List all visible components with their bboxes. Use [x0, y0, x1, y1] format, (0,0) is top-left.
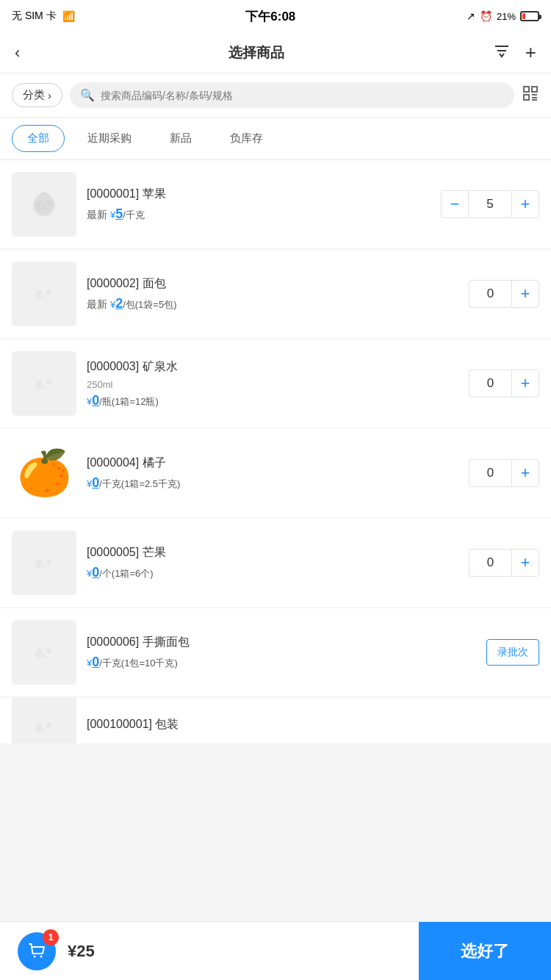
plus-button[interactable]: + — [511, 190, 539, 218]
svg-point-17 — [46, 380, 51, 385]
alarm-icon: ⏰ — [480, 10, 492, 22]
svg-rect-4 — [524, 95, 529, 100]
cart-badge: 1 — [43, 929, 59, 945]
product-image: 智+ — [12, 262, 76, 326]
page-title: 选择商品 — [228, 43, 284, 62]
status-bar: 无 SIM 卡 📶 下午6:08 ↗ ⏰ 21% — [0, 0, 551, 32]
nav-bar: ‹ 选择商品 + — [0, 32, 551, 73]
search-input[interactable] — [101, 90, 504, 101]
product-name: [0000005] 芒果 — [87, 545, 458, 561]
product-name: [0000002] 面包 — [87, 276, 458, 292]
product-name: [0000006] 手撕面包 — [87, 635, 476, 650]
scan-icon[interactable] — [522, 84, 539, 106]
filter-bar: 分类 › 🔍 — [0, 73, 551, 118]
svg-point-14 — [46, 290, 51, 295]
tab-all[interactable]: 全部 — [12, 125, 65, 152]
plus-button[interactable]: + — [511, 459, 539, 487]
search-icon: 🔍 — [80, 88, 95, 102]
svg-point-29 — [40, 955, 43, 957]
bottom-bar: 1 ¥25 选好了 — [0, 921, 551, 980]
product-price: ¥0/千克(1包=10千克) — [87, 655, 476, 670]
confirm-button[interactable]: 选好了 — [419, 922, 551, 981]
product-name: [000100001] 包装 — [87, 717, 539, 732]
svg-point-26 — [46, 723, 51, 728]
product-controls: + — [469, 459, 539, 487]
product-name: [0000003] 矿泉水 — [87, 359, 458, 375]
product-price: ¥0/千克(1箱=2.5千克) — [87, 475, 458, 491]
plus-button[interactable]: + — [511, 370, 539, 397]
list-item: 智+ [0000001] 苹果 最新 ¥5/千克 − + — [0, 160, 551, 248]
product-image: 智+ — [12, 351, 76, 416]
svg-text:智+: 智+ — [35, 652, 45, 659]
product-info: [0000002] 面包 最新 ¥2/包(1袋=5包) — [87, 276, 458, 311]
plus-button[interactable]: + — [511, 549, 539, 577]
minus-button[interactable]: − — [441, 190, 469, 218]
plus-button[interactable]: + — [511, 280, 539, 308]
svg-text:智+: 智+ — [35, 383, 45, 390]
cart-button[interactable]: 1 — [18, 932, 56, 970]
product-name: [0000001] 苹果 — [87, 187, 431, 202]
product-info: [0000004] 橘子 ¥0/千克(1箱=2.5千克) — [87, 455, 458, 491]
list-item: 智+ [0000006] 手撕面包 ¥0/千克(1包=10千克) 录批次 — [0, 608, 551, 696]
list-item: 智+ [000100001] 包装 — [0, 698, 551, 743]
cart-section: 1 ¥25 — [0, 932, 419, 970]
tab-new[interactable]: 新品 — [154, 125, 207, 152]
svg-rect-3 — [532, 87, 537, 92]
product-info: [0000003] 矿泉水 250ml ¥0/瓶(1箱=12瓶) — [87, 359, 458, 408]
product-price: 最新 ¥5/千克 — [87, 206, 431, 222]
batch-button[interactable]: 录批次 — [486, 639, 539, 666]
tab-recent[interactable]: 近期采购 — [72, 125, 147, 152]
product-image: 🍊 — [12, 441, 76, 505]
back-button[interactable]: ‹ — [15, 43, 20, 62]
product-price: 最新 ¥2/包(1袋=5包) — [87, 296, 458, 311]
status-time: 下午6:08 — [245, 8, 295, 25]
svg-point-11 — [37, 201, 42, 206]
quantity-input[interactable] — [469, 549, 511, 577]
product-controls: + — [469, 370, 539, 397]
quantity-input[interactable] — [469, 370, 511, 397]
cart-total: ¥25 — [68, 942, 95, 961]
product-controls: + — [469, 549, 539, 577]
product-image: 智+ — [12, 172, 76, 237]
category-chevron: › — [48, 89, 51, 101]
product-fruit-emoji: 🍊 — [17, 451, 72, 495]
add-icon[interactable]: + — [525, 41, 536, 64]
product-info: [000100001] 包装 — [87, 717, 539, 737]
svg-point-23 — [46, 649, 51, 654]
product-image: 智+ — [12, 620, 76, 685]
product-controls: + — [469, 280, 539, 308]
svg-text:智+: 智+ — [35, 562, 45, 569]
product-info: [0000001] 苹果 最新 ¥5/千克 — [87, 187, 431, 222]
svg-text:智+: 智+ — [35, 726, 45, 733]
list-item: 🍊 [0000004] 橘子 ¥0/千克(1箱=2.5千克) + — [0, 429, 551, 517]
product-image: 智+ — [12, 698, 76, 743]
svg-point-28 — [34, 955, 36, 957]
svg-rect-2 — [524, 87, 529, 92]
product-name: [0000004] 橘子 — [87, 455, 458, 471]
product-image: 智+ — [12, 530, 76, 595]
carrier-label: 无 SIM 卡 — [12, 10, 57, 23]
product-info: [0000006] 手撕面包 ¥0/千克(1包=10千克) — [87, 635, 476, 670]
location-icon: ↗ — [467, 10, 475, 22]
category-label: 分类 — [23, 88, 45, 102]
tab-negative[interactable]: 负库存 — [215, 125, 278, 152]
status-right: ↗ ⏰ 21% — [467, 10, 539, 22]
list-item: 智+ [0000002] 面包 最新 ¥2/包(1袋=5包) + — [0, 250, 551, 338]
quantity-input[interactable] — [469, 280, 511, 308]
category-button[interactable]: 分类 › — [12, 83, 62, 107]
quantity-input[interactable] — [469, 459, 511, 487]
product-price: ¥0/个(1箱=6个) — [87, 565, 458, 580]
product-controls: 录批次 — [486, 639, 539, 666]
filter-icon[interactable] — [493, 42, 511, 64]
wifi-icon: 📶 — [62, 10, 75, 22]
search-box: 🔍 — [70, 82, 514, 108]
list-item: 智+ [0000003] 矿泉水 250ml ¥0/瓶(1箱=12瓶) + — [0, 339, 551, 428]
svg-text:智+: 智+ — [35, 293, 45, 300]
quantity-input[interactable] — [469, 190, 511, 218]
list-item: 智+ [0000005] 芒果 ¥0/个(1箱=6个) + — [0, 519, 551, 607]
product-controls: − + — [441, 190, 539, 218]
product-list: 智+ [0000001] 苹果 最新 ¥5/千克 − + 智+ — [0, 160, 551, 743]
nav-actions: + — [493, 41, 536, 64]
status-left: 无 SIM 卡 📶 — [12, 10, 75, 23]
battery-percent: 21% — [497, 11, 516, 22]
